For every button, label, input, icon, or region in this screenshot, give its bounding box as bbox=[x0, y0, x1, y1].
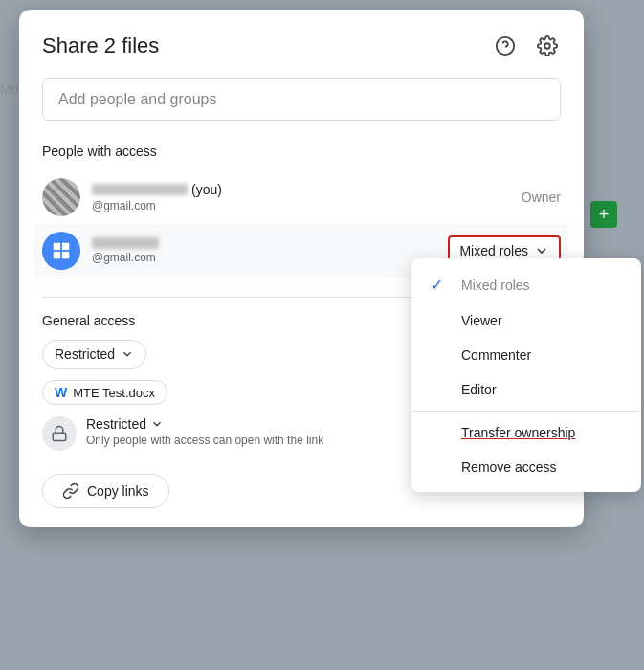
avatar-pixelated bbox=[42, 178, 80, 216]
file-tag: W MTE Test.docx bbox=[42, 380, 167, 405]
avatar-blue-icon bbox=[42, 232, 80, 270]
svg-rect-4 bbox=[62, 243, 69, 250]
help-button[interactable] bbox=[492, 33, 519, 59]
restricted-label: Restricted bbox=[55, 346, 115, 362]
background-text: Mo bbox=[0, 81, 18, 97]
dropdown-viewer-label: Viewer bbox=[461, 313, 502, 328]
person-email-owner: @gmail.com bbox=[92, 199, 522, 212]
settings-icon bbox=[537, 35, 558, 56]
svg-point-2 bbox=[544, 43, 550, 49]
settings-button[interactable] bbox=[534, 33, 561, 59]
owner-role: Owner bbox=[522, 190, 561, 205]
mixed-roles-label: Mixed roles bbox=[459, 243, 528, 258]
dropdown-divider bbox=[411, 411, 641, 412]
dialog-header: Share 2 files bbox=[42, 33, 561, 59]
file-tag-label: MTE Test.docx bbox=[73, 386, 155, 400]
file-tag-w: W bbox=[55, 385, 67, 400]
avatar-user2 bbox=[42, 232, 80, 270]
access-dropdown-icon bbox=[150, 417, 164, 431]
name-blur-2 bbox=[92, 237, 159, 249]
dropdown-item-viewer[interactable]: Viewer bbox=[411, 303, 641, 338]
dropdown-editor-label: Editor bbox=[461, 382, 497, 397]
remove-label: Remove access bbox=[461, 459, 557, 475]
svg-rect-3 bbox=[54, 243, 60, 250]
transfer-label: Transfer ownership bbox=[461, 425, 575, 440]
dropdown-arrow-icon bbox=[121, 347, 134, 361]
dropdown-item-remove[interactable]: Remove access bbox=[411, 450, 641, 484]
dropdown-item-editor[interactable]: Editor bbox=[411, 372, 641, 407]
search-input[interactable] bbox=[58, 91, 544, 108]
person-info-owner: (you) @gmail.com bbox=[92, 182, 522, 212]
dropdown-commenter-label: Commenter bbox=[461, 347, 531, 363]
restricted-button[interactable]: Restricted bbox=[42, 340, 146, 368]
svg-rect-6 bbox=[62, 252, 69, 258]
lock-circle bbox=[42, 416, 77, 451]
person-row-owner: (you) @gmail.com Owner bbox=[42, 170, 561, 224]
copy-links-label: Copy links bbox=[87, 483, 149, 499]
dropdown-item-commenter[interactable]: Commenter bbox=[411, 338, 641, 372]
help-icon bbox=[495, 35, 516, 56]
lock-icon bbox=[51, 425, 68, 442]
dialog-actions bbox=[492, 33, 561, 59]
svg-rect-5 bbox=[54, 252, 60, 258]
dropdown-item-transfer[interactable]: Transfer ownership bbox=[411, 415, 641, 450]
access-label: Restricted bbox=[86, 416, 146, 432]
you-label: (you) bbox=[191, 182, 222, 197]
roles-dropdown: ✓ Mixed roles Viewer Commenter Editor Tr… bbox=[411, 258, 641, 492]
person-name-owner: (you) bbox=[92, 182, 522, 197]
person-name-user2 bbox=[92, 237, 448, 249]
people-section-title: People with access bbox=[42, 144, 561, 159]
svg-rect-7 bbox=[53, 433, 66, 440]
copy-links-button[interactable]: Copy links bbox=[42, 474, 169, 508]
dialog-title: Share 2 files bbox=[42, 34, 159, 58]
dropdown-item-mixed-roles[interactable]: ✓ Mixed roles bbox=[411, 266, 641, 303]
link-icon bbox=[62, 482, 79, 500]
chevron-down-icon bbox=[534, 243, 549, 258]
dropdown-mixed-roles-label: Mixed roles bbox=[461, 278, 530, 293]
avatar-owner bbox=[42, 178, 80, 216]
bg-green-icon: + bbox=[590, 201, 617, 228]
check-icon: ✓ bbox=[431, 276, 450, 294]
search-wrapper[interactable] bbox=[42, 78, 561, 121]
person-info-user2: @gmail.com bbox=[92, 237, 448, 264]
person-email-user2: @gmail.com bbox=[92, 251, 448, 264]
name-blur-1 bbox=[92, 184, 188, 195]
